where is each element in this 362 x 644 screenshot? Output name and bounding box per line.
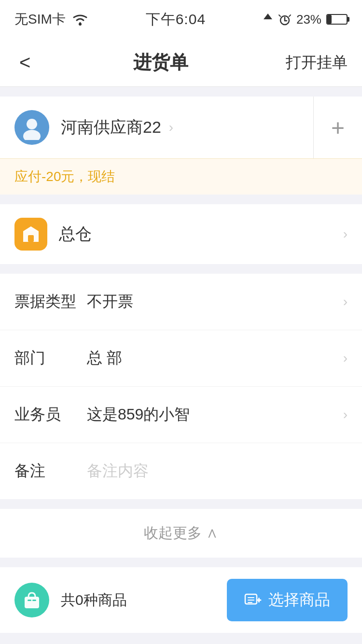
svg-rect-8	[28, 600, 31, 601]
collapse-section: 收起更多 ∧	[0, 509, 362, 558]
department-chevron-icon: ›	[343, 350, 348, 366]
remark-input[interactable]: 备注内容	[87, 461, 348, 482]
notice-bar: 应付-20元，现结	[0, 158, 362, 195]
warehouse-icon	[14, 218, 47, 251]
goods-count-label: 共0种商品	[61, 590, 227, 610]
invoice-type-value: 不开票	[87, 291, 335, 312]
svg-rect-6	[28, 235, 34, 242]
salesperson-row[interactable]: 业务员 这是859的小智 ›	[0, 387, 362, 443]
department-value: 总 部	[87, 348, 335, 369]
back-button[interactable]: <	[14, 47, 35, 78]
avatar	[14, 110, 49, 145]
remark-row[interactable]: 备注 备注内容	[0, 443, 362, 499]
svg-rect-7	[25, 597, 39, 608]
select-goods-label: 选择商品	[268, 589, 330, 611]
warehouse-row[interactable]: 总仓 ›	[0, 204, 362, 264]
status-time: 下午6:04	[146, 10, 206, 29]
supplier-row[interactable]: 河南供应商22 ›	[0, 97, 314, 158]
collapse-button[interactable]: 收起更多 ∧	[144, 523, 218, 543]
svg-point-0	[79, 23, 82, 26]
invoice-type-label: 票据类型	[14, 291, 87, 312]
notice-text: 应付-20元，现结	[14, 169, 115, 184]
wifi-icon	[71, 13, 89, 26]
goods-icon	[14, 583, 49, 617]
page-title: 进货单	[133, 50, 188, 75]
nav-bar: < 进货单 打开挂单	[0, 39, 362, 87]
supplier-section: 河南供应商22 › +	[0, 97, 362, 158]
status-left: 无SIM卡	[14, 10, 89, 28]
location-icon	[263, 13, 273, 26]
salesperson-label: 业务员	[14, 404, 87, 425]
add-supplier-button[interactable]: +	[314, 97, 362, 158]
open-pending-button[interactable]: 打开挂单	[286, 52, 348, 73]
salesperson-value: 这是859的小智	[87, 404, 335, 425]
collapse-label: 收起更多 ∧	[144, 523, 218, 543]
battery-percent: 23%	[296, 12, 321, 27]
bottom-bar: 共0种商品 选择商品	[0, 567, 362, 633]
remark-label: 备注	[14, 461, 87, 482]
warehouse-name: 总仓	[59, 223, 343, 245]
status-right: 23%	[263, 12, 348, 27]
select-goods-button[interactable]: 选择商品	[227, 579, 348, 621]
svg-point-4	[27, 119, 37, 129]
invoice-type-row[interactable]: 票据类型 不开票 ›	[0, 274, 362, 330]
section-gap-1	[0, 87, 362, 97]
invoice-type-chevron-icon: ›	[343, 294, 348, 309]
supplier-name: 河南供应商22	[61, 116, 161, 139]
form-section: 票据类型 不开票 › 部门 总 部 › 业务员 这是859的小智 › 备注 备注…	[0, 274, 362, 499]
select-goods-icon	[244, 591, 262, 609]
svg-point-5	[23, 130, 41, 140]
department-row[interactable]: 部门 总 部 ›	[0, 330, 362, 387]
battery-icon	[326, 14, 348, 25]
warehouse-chevron-icon: ›	[343, 226, 348, 242]
supplier-chevron-icon: ›	[169, 120, 173, 135]
department-label: 部门	[14, 348, 87, 369]
svg-rect-9	[32, 600, 36, 601]
carrier-label: 无SIM卡	[14, 10, 66, 28]
alarm-icon	[278, 13, 292, 26]
status-bar: 无SIM卡 下午6:04 23%	[0, 0, 362, 39]
salesperson-chevron-icon: ›	[343, 407, 348, 422]
